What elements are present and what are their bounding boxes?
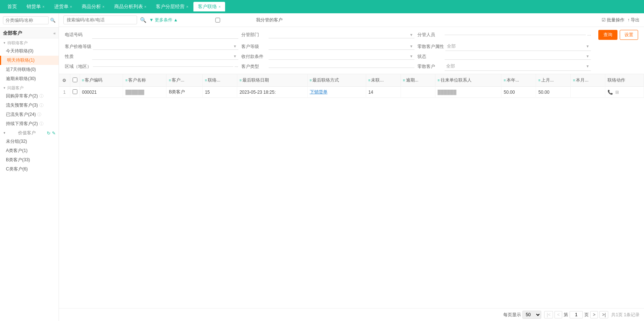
row-action-icons[interactable]: 📞 ⊞: [605, 87, 644, 98]
nav-close-product-analysis[interactable]: ×: [102, 5, 105, 9]
row-number: 1: [59, 87, 70, 98]
retail-attr-select[interactable]: 全部 ▼: [445, 42, 591, 51]
prev-page-btn[interactable]: <: [554, 311, 562, 318]
sidebar-search-icon[interactable]: 🔍: [50, 18, 56, 23]
my-customers-checkbox-label[interactable]: 我分管的客户: [181, 17, 283, 23]
row-checkbox-cell[interactable]: [70, 87, 80, 98]
sidebar-item-b-class[interactable]: B类客户(33): [0, 155, 59, 165]
nav-home[interactable]: 首页: [3, 2, 21, 11]
payment-terms-select[interactable]: ▼: [269, 53, 415, 60]
price-level-label: 客户价格等级: [65, 44, 91, 50]
col-checkbox[interactable]: [70, 74, 80, 87]
nav-customer-segmentation[interactable]: 客户分层经营 ×: [151, 2, 193, 11]
refresh-icon[interactable]: ↻: [47, 131, 50, 136]
filter-row-1: 电话号码 分管部门 ▼ 分管人员 ··· 查询 设置: [65, 30, 638, 40]
retail-customer-select[interactable]: 全部 ▼: [445, 62, 591, 71]
sidebar-item-7days-contact[interactable]: 近7天待联络(0): [0, 65, 59, 74]
nav-close-purchase-order[interactable]: ×: [70, 5, 72, 9]
phone-input[interactable]: [92, 31, 238, 39]
table-row: 1 000021 ██████ B类客户 15 2023-05-23 18:25…: [59, 87, 644, 98]
sidebar-item-a-class[interactable]: A类客户(1): [0, 146, 59, 155]
page-number-input[interactable]: [570, 311, 583, 318]
person-dots-btn[interactable]: ···: [587, 32, 591, 38]
nature-select[interactable]: ▼: [92, 53, 238, 60]
col-settings[interactable]: ⚙: [59, 74, 70, 87]
col-last-month[interactable]: ≡上月...: [536, 74, 571, 87]
col-this-month[interactable]: ≡本月...: [571, 74, 605, 87]
col-last-contact-date[interactable]: ≡最后联络日期: [237, 74, 307, 87]
status-arrow-icon: ▼: [586, 54, 589, 58]
nav-close-customer-contact[interactable]: ×: [218, 5, 221, 9]
edit-icon[interactable]: ✎: [52, 131, 56, 136]
sidebar-item-ungrouped[interactable]: 未分组(32): [0, 137, 59, 146]
sidebar-collapse-btn[interactable]: «: [53, 31, 56, 35]
col-customer-name[interactable]: ≡客户名称: [123, 74, 167, 87]
nature-arrow-icon: ▼: [233, 54, 237, 58]
row-checkbox[interactable]: [73, 89, 77, 94]
row-unit-contact: ██████: [435, 87, 501, 98]
nav-close-sales-order[interactable]: ×: [42, 5, 45, 9]
retail-customer-arrow-icon: ▼: [586, 64, 589, 68]
row-this-month: [571, 87, 605, 98]
nav-sales-order[interactable]: 销货单 ×: [22, 2, 49, 11]
col-last-contact-method[interactable]: ≡最后联络方式: [307, 74, 366, 87]
search-input[interactable]: [63, 15, 137, 24]
sidebar-item-declining[interactable]: 持续下滑客户(2) ⓘ: [0, 119, 59, 128]
status-select[interactable]: ▼: [445, 53, 591, 60]
sidebar-item-churned[interactable]: 已流失客户(24) ⓘ: [0, 110, 59, 119]
last-page-btn[interactable]: >|: [599, 311, 608, 318]
dept-select[interactable]: ▼: [269, 32, 415, 38]
col-this-year[interactable]: ≡本年...: [501, 74, 536, 87]
sidebar-search-area: 🔍: [0, 13, 59, 28]
action-grid-icon[interactable]: ⊞: [615, 90, 619, 95]
sidebar-item-repurchase-anomaly[interactable]: 回购异常客户(2) ⓘ: [0, 92, 59, 101]
export-button[interactable]: ↑ 导出: [627, 17, 640, 23]
sidebar-problem-group[interactable]: 问题客户: [0, 83, 59, 92]
search-button[interactable]: 🔍: [140, 17, 146, 23]
filter-bar: 🔍 ▼ 更多条件 ▲ 我分管的客户 ☑ 批量操作 ↑ 导出: [59, 13, 644, 27]
batch-op-button[interactable]: ☑ 批量操作: [602, 17, 624, 23]
more-conditions-button[interactable]: ▼ 更多条件 ▲: [149, 17, 178, 23]
nav-customer-contact[interactable]: 客户联络 ×: [193, 2, 225, 11]
page-size-selector: 每页显示 50 100 200: [503, 311, 541, 319]
nav-close-product-analysis-list[interactable]: ×: [144, 5, 147, 9]
info-icon-1: ⓘ: [39, 103, 43, 108]
price-level-select[interactable]: ▼: [93, 43, 238, 50]
col-uncontacted[interactable]: ≡未联...: [366, 74, 400, 87]
col-contact-count[interactable]: ≡联络...: [203, 74, 237, 87]
sidebar-waiting-contact-group[interactable]: 待联络客户: [0, 38, 59, 46]
col-customer-code[interactable]: ≡客户编码: [80, 74, 123, 87]
next-page-btn[interactable]: >: [590, 311, 598, 318]
customer-level-select[interactable]: ▼: [269, 43, 415, 50]
nav-close-customer-segmentation[interactable]: ×: [186, 5, 188, 9]
my-customers-checkbox[interactable]: [181, 18, 255, 23]
settings-button[interactable]: 设置: [620, 30, 638, 40]
sidebar-all-customers-header[interactable]: 全部客户 «: [0, 28, 59, 38]
col-customer-type[interactable]: ≡客户...: [167, 74, 203, 87]
row-last-contact-method[interactable]: 下销货单: [307, 87, 366, 98]
page-size-select[interactable]: 50 100 200: [522, 311, 541, 319]
select-all-checkbox[interactable]: [73, 77, 77, 82]
filter-field-retail-attr: 零散客户属性 全部 ▼: [417, 42, 591, 51]
sidebar-search-input[interactable]: [3, 16, 49, 24]
first-page-btn[interactable]: |<: [544, 311, 553, 318]
sidebar-item-tomorrow-contact[interactable]: 明天待联络(1): [0, 56, 59, 65]
export-icon: ↑: [627, 17, 630, 23]
sidebar-item-c-class[interactable]: C类客户(6): [0, 165, 59, 174]
nav-product-analysis-list[interactable]: 商品分析列表 ×: [110, 2, 151, 11]
sidebar-item-today-contact[interactable]: 今天待联络(0): [0, 46, 59, 56]
query-button[interactable]: 查询: [598, 30, 617, 40]
region-dots-btn[interactable]: ···: [235, 64, 238, 69]
sidebar-item-churn-warning[interactable]: 流失预警客户(3) ⓘ: [0, 101, 59, 110]
sidebar-value-group[interactable]: 价值客户 ↻ ✎: [0, 128, 59, 137]
customers-table: ⚙ ≡客户编码 ≡客户名称 ≡客户... ≡联络... ≡最后联络日期 ≡最后联…: [59, 74, 644, 98]
col-overdue[interactable]: ≡逾期...: [400, 74, 435, 87]
col-unit-contact[interactable]: ≡往来单位联系人: [435, 74, 501, 87]
nav-product-analysis[interactable]: 商品分析 ×: [77, 2, 109, 11]
customer-type-select[interactable]: [269, 65, 415, 68]
table-footer: 每页显示 50 100 200 |< < 第 页 > >| 共1页 1条记录: [59, 308, 644, 321]
sidebar-item-overdue-contact[interactable]: 逾期未联络(30): [0, 74, 59, 83]
filter-row-2: 客户价格等级 ▼ 客户等级 ▼ 零散客户属性 全部: [65, 42, 638, 51]
action-phone-icon[interactable]: 📞: [608, 90, 613, 95]
nav-purchase-order[interactable]: 进货单 ×: [50, 2, 77, 11]
